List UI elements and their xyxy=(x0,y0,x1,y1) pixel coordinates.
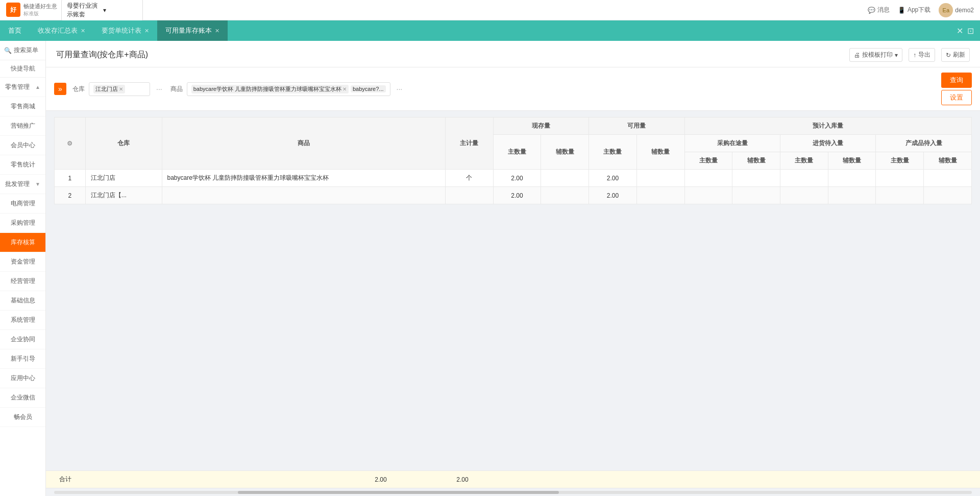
sidebar-item-retail-mall[interactable]: 零售商城 xyxy=(0,97,45,116)
arrow-icon: ▲ xyxy=(35,84,40,90)
refresh-icon: ↻ xyxy=(946,52,951,59)
th-settings[interactable]: ⚙ xyxy=(55,117,86,170)
scrollbar-thumb[interactable] xyxy=(238,491,559,494)
sidebar-item-retail-stats[interactable]: 零售统计 xyxy=(0,155,45,175)
page-actions: 🖨 按模板打印 ▾ ↑ 导出 ↻ 刷新 xyxy=(849,48,970,62)
th-expected: 预计入库量 xyxy=(684,117,971,135)
th-warehouse: 仓库 xyxy=(85,117,162,170)
tab-order-stats[interactable]: 要货单统计表 ✕ xyxy=(93,20,157,41)
app-download-action[interactable]: 📱 App下载 xyxy=(898,6,930,14)
table-area: ⚙ 仓库 商品 主计量 现存量 可用量 预计入库量 主数量 辅数量 主数量 辅数… xyxy=(46,111,980,470)
print-btn[interactable]: 🖨 按模板打印 ▾ xyxy=(849,48,902,62)
sidebar-quick-nav[interactable]: 快捷导航 xyxy=(0,60,45,78)
logo-sub: 标准版 xyxy=(23,10,57,17)
user-initials: Ea xyxy=(943,7,949,13)
sidebar-item-marketing[interactable]: 营销推广 xyxy=(0,116,45,136)
row1-production-main xyxy=(876,170,924,187)
th-production-main: 主数量 xyxy=(876,152,924,170)
row1-index: 1 xyxy=(55,170,86,187)
arrow-icon: ▼ xyxy=(35,181,40,187)
tab-order-label: 要货单统计表 xyxy=(102,26,141,35)
business-label: 经营管理 xyxy=(11,277,35,286)
sidebar-item-enterprise[interactable]: 企业协同 xyxy=(0,330,45,349)
mobile-icon: 📱 xyxy=(898,7,905,14)
top-bar: 好 畅捷通好生意 标准版 母婴行业演示账套 ▾ 💬 消息 📱 App下载 Ea … xyxy=(0,0,980,20)
close-window-btn[interactable]: ✕ xyxy=(957,26,963,36)
export-btn[interactable]: ↑ 导出 xyxy=(909,48,935,62)
product-dots[interactable]: ··· xyxy=(395,85,405,93)
vip-label: 畅会员 xyxy=(14,413,32,421)
refresh-label: 刷新 xyxy=(953,51,965,59)
sidebar-item-member[interactable]: 会员中心 xyxy=(0,136,45,155)
sidebar-item-business[interactable]: 经营管理 xyxy=(0,272,45,291)
retail-stats-label: 零售统计 xyxy=(11,160,35,169)
warehouse-tag-remove[interactable]: ✕ xyxy=(119,86,123,92)
tab-bar: 首页 收发存汇总表 ✕ 要货单统计表 ✕ 可用量库存账本 ✕ ✕ ⊡ xyxy=(0,20,980,41)
restore-window-btn[interactable]: ⊡ xyxy=(967,26,974,36)
sidebar-item-ecommerce[interactable]: 电商管理 xyxy=(0,194,45,214)
th-avail-main: 主数量 xyxy=(589,135,637,170)
query-btn[interactable]: 查询 xyxy=(941,73,972,88)
th-available: 可用量 xyxy=(589,117,684,135)
row1-unit: 个 xyxy=(445,170,493,187)
row2-inbound-main xyxy=(780,187,828,204)
tab-stock-close[interactable]: ✕ xyxy=(215,28,219,34)
tab-receipt-summary[interactable]: 收发存汇总表 ✕ xyxy=(30,20,93,41)
sidebar-item-wholesale[interactable]: 批发管理 ▼ xyxy=(0,175,45,194)
product-tag-1-remove[interactable]: ✕ xyxy=(342,86,347,92)
row2-purchase-main xyxy=(684,187,732,204)
warehouse-tag: 江北门店 ✕ xyxy=(93,85,125,93)
setting-btn[interactable]: 设置 xyxy=(941,90,972,105)
sidebar-item-enterprise-wechat[interactable]: 企业微信 xyxy=(0,388,45,408)
window-controls: ✕ ⊡ xyxy=(957,26,980,36)
tab-home[interactable]: 首页 xyxy=(0,20,30,41)
tab-receipt-close[interactable]: ✕ xyxy=(81,28,85,34)
product-input[interactable]: babycare学饮杯 儿童防摔防撞吸管杯重力球吸嘴杯宝宝水杯 ✕ babyca… xyxy=(187,82,390,96)
data-table: ⚙ 仓库 商品 主计量 现存量 可用量 预计入库量 主数量 辅数量 主数量 辅数… xyxy=(54,117,972,204)
user-area[interactable]: Ea demo2 xyxy=(939,3,974,17)
warehouse-input[interactable]: 江北门店 ✕ xyxy=(89,82,150,96)
sidebar-item-finance[interactable]: 资金管理 xyxy=(0,252,45,272)
sidebar-item-system[interactable]: 系统管理 xyxy=(0,311,45,330)
finance-label: 资金管理 xyxy=(11,257,35,266)
purchase-label: 采购管理 xyxy=(11,219,35,227)
settings-icon[interactable]: ⚙ xyxy=(66,139,74,148)
sidebar-item-new-guide[interactable]: 新手引导 xyxy=(0,349,45,369)
horizontal-scrollbar[interactable] xyxy=(54,491,972,494)
footer-current-total: 2.00 xyxy=(360,476,401,483)
sidebar-item-app-center[interactable]: 应用中心 xyxy=(0,369,45,388)
footer-label: 合计 xyxy=(54,475,360,484)
sidebar-item-purchase[interactable]: 采购管理 xyxy=(0,214,45,233)
sidebar-item-basic-info[interactable]: 基础信息 xyxy=(0,291,45,311)
page-header: 可用量查询(按仓库+商品) 🖨 按模板打印 ▾ ↑ 导出 ↻ 刷新 xyxy=(46,41,980,67)
app-download-label: App下载 xyxy=(908,6,930,14)
scroll-bar-area xyxy=(46,488,980,496)
warehouse-dots[interactable]: ··· xyxy=(154,85,164,93)
row1-current-main: 2.00 xyxy=(493,170,541,187)
product-tag-1-text: babycare学饮杯 儿童防摔防撞吸管杯重力球吸嘴杯宝宝水杯 xyxy=(193,85,341,93)
message-action[interactable]: 💬 消息 xyxy=(868,6,890,14)
tenant-selector[interactable]: 母婴行业演示账套 ▾ xyxy=(61,0,143,21)
tab-available-stock[interactable]: 可用量库存账本 ✕ xyxy=(157,20,228,41)
sidebar-item-vip[interactable]: 畅会员 xyxy=(0,408,45,427)
warehouse-filter-group: 仓库 江北门店 ✕ ··· xyxy=(72,82,164,96)
filter-row: » 仓库 江北门店 ✕ ··· 商品 babycare学饮杯 儿童防摔防撞吸管杯… xyxy=(46,67,980,111)
refresh-btn[interactable]: ↻ 刷新 xyxy=(941,48,970,62)
sidebar-item-inventory[interactable]: 库存核算 xyxy=(0,233,45,252)
top-bar-left: 好 畅捷通好生意 标准版 母婴行业演示账套 ▾ xyxy=(6,0,143,21)
sidebar-item-retail-mgmt[interactable]: 零售管理 ▲ xyxy=(0,78,45,97)
footer-avail-total: 2.00 xyxy=(442,476,483,483)
row1-inbound-aux xyxy=(828,170,876,187)
enterprise-wechat-label: 企业微信 xyxy=(11,393,35,402)
th-production-aux: 辅数量 xyxy=(924,152,972,170)
sidebar-search[interactable]: 🔍 搜索菜单 xyxy=(0,41,45,60)
new-guide-label: 新手引导 xyxy=(11,355,35,363)
table-row: 2 江北门店【... 2.00 2.00 xyxy=(55,187,972,204)
wholesale-label: 批发管理 xyxy=(5,180,30,188)
tab-order-close[interactable]: ✕ xyxy=(144,28,149,34)
th-purchase-main: 主数量 xyxy=(684,152,732,170)
expand-btn[interactable]: » xyxy=(54,83,66,95)
row2-current-aux xyxy=(541,187,589,204)
th-avail-aux: 辅数量 xyxy=(636,135,684,170)
th-purchase-aux: 辅数量 xyxy=(732,152,780,170)
